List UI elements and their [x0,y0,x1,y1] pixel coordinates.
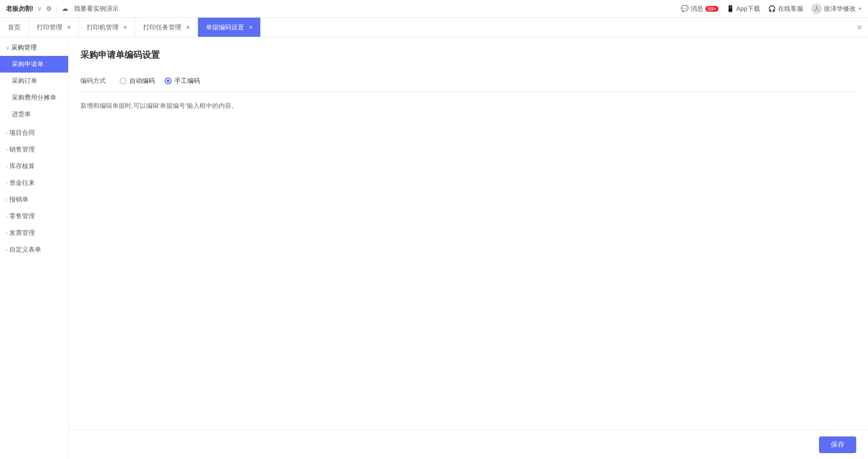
sidebar-item-purchase-expense-label: 采购费用分摊单 [12,94,56,101]
app-download-label: App下载 [736,4,760,13]
user-chevron-icon: ▼ [858,6,862,11]
tab-print-mgmt[interactable]: 打印管理 × [29,18,79,37]
sidebar-item-stock-in-label: 进货单 [12,110,31,118]
tab-print-task-mgmt-close[interactable]: × [186,24,190,31]
sidebar-item-retail[interactable]: › 零售管理 [0,208,68,225]
sales-chevron: › [6,147,7,153]
tab-print-mgmt-close[interactable]: × [67,24,71,31]
capital-label: 资金往来 [9,178,35,187]
auto-encode-radio[interactable] [120,77,126,84]
tab-barcode-settings[interactable]: 单据编码设置 × [198,18,261,37]
custom-forms-chevron: › [6,247,7,253]
demo-link[interactable]: 我要看实例演示 [74,4,119,13]
sidebar-item-inventory[interactable]: › 库存核算 [0,158,68,175]
tab-print-task-mgmt[interactable]: 打印任务管理 × [135,18,198,37]
retail-label: 零售管理 [9,212,35,221]
tab-home[interactable]: 首页 [0,18,29,37]
inventory-chevron: › [6,164,7,169]
sidebar-item-capital[interactable]: › 资金往来 [0,175,68,191]
content-footer: 保存 [69,430,868,459]
sidebar-item-purchase-order-label: 采购订单 [12,77,37,84]
message-label: 消息 [691,4,703,13]
encoding-row: 编码方式 自动编码 手工编码 [80,71,856,92]
project-contract-label: 项目合同 [9,128,35,137]
headset-icon: 🎧 [768,5,776,12]
tab-bar-close-btn[interactable]: × [857,22,862,32]
tab-bar: 首页 打印管理 × 打印机管理 × 打印任务管理 × 单据编码设置 × × [0,18,868,37]
manual-encode-label: 手工编码 [174,76,200,85]
tab-home-label: 首页 [8,23,21,32]
tab-printer-mgmt-label: 打印机管理 [87,23,119,32]
user-menu[interactable]: 人 徐泽华修改 ▼ [811,3,862,14]
tab-print-task-mgmt-label: 打印任务管理 [143,23,181,32]
sidebar-item-custom-forms[interactable]: › 自定义表单 [0,241,68,258]
sidebar-item-sales-mgmt[interactable]: › 销售管理 [0,141,68,158]
encoding-label: 编码方式 [80,76,110,85]
page-title: 采购申请单编码设置 [80,49,856,61]
sales-label: 销售管理 [9,145,35,154]
sidebar-item-invoice[interactable]: › 发票管理 [0,225,68,241]
app-icon: 📱 [726,5,734,12]
sidebar-group-purchase-header[interactable]: ∨ 采购管理 [0,39,68,56]
sidebar-item-project-contract[interactable]: › 项目合同 [0,125,68,141]
content-area: 采购申请单编码设置 编码方式 自动编码 手工编码 新增和编辑单据时,可以编辑'单… [69,37,868,459]
message-button[interactable]: 💬 消息 99+ [681,4,719,13]
info-text: 新增和编辑单据时,可以编辑'单据编号'输入框中的内容。 [80,102,856,110]
content-main: 采购申请单编码设置 编码方式 自动编码 手工编码 新增和编辑单据时,可以编辑'单… [69,37,868,430]
invoice-label: 发票管理 [9,229,35,237]
settings-icon[interactable]: ⚙ [46,5,52,12]
online-service-label: 在线客服 [778,4,803,13]
cloud-icon [62,5,70,12]
app-logo: 老板勿割! [6,4,33,13]
project-contract-chevron: › [6,130,7,136]
returns-label: 报销单 [9,195,28,204]
username-label: 徐泽华修改 [824,4,856,13]
message-badge: 99+ [705,6,719,12]
main-layout: ∨ 采购管理 采购申请单 采购订单 采购费用分摊单 进货单 › 项目合同 › 销… [0,37,868,459]
sidebar-group-purchase: ∨ 采购管理 采购申请单 采购订单 采购费用分摊单 进货单 [0,37,68,125]
save-button[interactable]: 保存 [819,436,856,453]
tab-printer-mgmt-close[interactable]: × [124,24,127,31]
inventory-label: 库存核算 [9,162,35,171]
capital-chevron: › [6,180,7,186]
tab-barcode-settings-label: 单据编码设置 [206,23,244,32]
sidebar-item-returns[interactable]: › 报销单 [0,191,68,208]
top-bar: 老板勿割! ⚙ | 我要看实例演示 💬 消息 99+ 📱 App下载 🎧 在线客… [0,0,868,18]
message-icon: 💬 [681,5,689,12]
sidebar-item-purchase-order[interactable]: 采购订单 [0,73,68,89]
sidebar-item-purchase-request[interactable]: 采购申请单 [0,56,68,73]
retail-chevron: › [6,214,7,219]
manual-encode-radio[interactable] [165,77,172,84]
tab-printer-mgmt[interactable]: 打印机管理 × [79,18,135,37]
sidebar: ∨ 采购管理 采购申请单 采购订单 采购费用分摊单 进货单 › 项目合同 › 销… [0,37,69,459]
tab-print-mgmt-label: 打印管理 [37,23,62,32]
sidebar-item-purchase-expense[interactable]: 采购费用分摊单 [0,89,68,106]
invoice-chevron: › [6,230,7,236]
tab-barcode-settings-close[interactable]: × [249,24,252,31]
purchase-group-label: 采购管理 [11,43,37,52]
purchase-chevron-icon: ∨ [6,45,9,51]
app-download-button[interactable]: 📱 App下载 [726,4,760,13]
custom-forms-label: 自定义表单 [9,245,41,254]
avatar: 人 [811,3,822,14]
chevron-down-icon[interactable] [37,5,42,12]
auto-encode-label: 自动编码 [129,76,155,85]
auto-encode-option[interactable]: 自动编码 [120,76,155,85]
sidebar-item-stock-in[interactable]: 进货单 [0,106,68,123]
top-bar-divider: | [56,5,57,12]
returns-chevron: › [6,197,7,203]
online-service-button[interactable]: 🎧 在线客服 [768,4,803,13]
manual-encode-option[interactable]: 手工编码 [165,76,200,85]
sidebar-item-purchase-request-label: 采购申请单 [12,60,44,68]
